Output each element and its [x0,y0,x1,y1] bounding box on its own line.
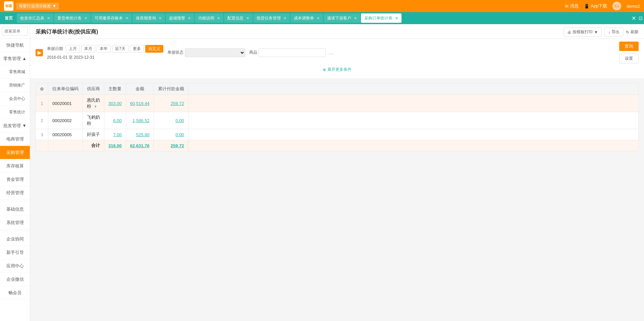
tab-caigou-active[interactable]: 采购订单统计表 ✕ [361,13,401,23]
sidebar-search-area [0,24,30,39]
sidebar-item-purchase[interactable]: 采购管理 [0,146,30,159]
close-tab-peizhi-icon[interactable]: ✕ [246,16,249,20]
sidebar-item-system[interactable]: 系统管理 [0,216,30,229]
close-tab-yaohuo-icon[interactable]: ✕ [84,16,87,20]
export-button[interactable]: ↓ 导出 [604,28,623,37]
message-label: 消息 [570,3,579,9]
close-tab-jianhuo-icon[interactable]: ✕ [283,16,286,20]
status-select[interactable] [185,48,245,57]
sidebar-item-retail-stats[interactable]: 零售统计 [0,106,30,119]
close-tab-caigou-icon[interactable]: ✕ [395,16,398,20]
sidebar-item-finance[interactable]: 资金管理 [0,173,30,186]
sidebar-item-retail-shop[interactable]: 零售商城 [0,65,30,79]
print-button[interactable]: 🖨 按模板打印 ▼ [564,28,602,37]
tab-invite[interactable]: 邀请下游客户 ✕ [324,13,360,23]
goods-input[interactable] [259,48,326,57]
search-input[interactable] [2,27,28,36]
row-3-idx: 3 [36,129,48,140]
goods-ellipsis-btn[interactable]: … [327,50,335,56]
row-1-amount[interactable]: 60,519.44 [126,95,154,112]
row-2-idx: 2 [36,112,48,129]
close-tab-chaochuyujing-icon[interactable]: ✕ [188,16,191,20]
row-3-paid[interactable]: 0.00 [154,129,188,140]
date-btn-this-year[interactable]: 本年 [97,45,111,53]
date-btn-last-month[interactable]: 上月 [66,45,80,53]
filter-toggle-btn[interactable]: ▶ [36,49,43,56]
sidebar: 快捷导航 零售管理 ▲ 零售商城 营销推广 会员中心 零售统计 批发管理 ▼ 电… [0,24,30,321]
row-3-amount[interactable]: 525.80 [126,129,154,140]
close-tab-chengben-icon[interactable]: ✕ [317,16,320,20]
date-btn-more[interactable]: 更多 [130,45,144,53]
close-tab-shoufacun-icon[interactable]: ✕ [47,16,50,20]
tab-home[interactable]: 首页 [1,13,16,23]
sidebar-item-operations[interactable]: 经营管理 [0,186,30,200]
date-btn-7days[interactable]: 近7天 [112,45,128,53]
footer-spacer-3 [188,140,638,151]
top-bar-right: ✉ 消息 📱 App下载 Ea demo2 [565,2,640,10]
app-download-btn[interactable]: 📱 App下载 [584,3,607,9]
sidebar-item-retail-mgmt[interactable]: 零售管理 ▲ [0,52,30,65]
print-arrow-icon: ▼ [594,30,598,35]
row-2-paid[interactable]: 0.00 [154,112,188,129]
close-tab-baozhiqi-icon[interactable]: ✕ [159,16,162,20]
gear-icon[interactable]: ⚙ [40,87,44,92]
message-btn[interactable]: ✉ 消息 [565,3,579,9]
sidebar-item-inventory[interactable]: 库存核算 [0,159,30,173]
nav-maximize-icon[interactable]: ⊡ [639,15,643,21]
tab-shoufacun[interactable]: 收发存汇总表 ✕ [17,13,53,23]
tab-peizhi-label: 配置信息 [227,15,244,21]
tab-baozhiqi[interactable]: 保质期查询 ✕ [132,13,165,23]
row-1-paid[interactable]: 259.72 [154,95,188,112]
sidebar-item-member-vip[interactable]: 畅会员 [0,286,30,300]
row-2-spacer [188,112,638,129]
close-tab-gngsm-icon[interactable]: ✕ [217,16,220,20]
tab-chaochuyujing[interactable]: 超储预警 ✕ [166,13,194,23]
date-btn-this-month[interactable]: 本月 [81,45,95,53]
sidebar-item-enterprise[interactable]: 企业协同 [0,232,30,246]
tab-jianhuo-label: 拣货任务管理 [257,15,281,21]
sidebar-members-label: 会员中心 [9,96,25,102]
query-button[interactable]: 查询 [619,42,639,51]
username: demo2 [627,4,640,9]
sidebar-item-wechat[interactable]: 企业微信 [0,273,30,286]
table-footer-row: 合计 316.00 62,631.76 259.72 [36,140,639,151]
sidebar-item-members[interactable]: 会员中心 [0,92,30,106]
sidebar-retail-stats-label: 零售统计 [9,109,25,115]
row-2-amount[interactable]: 1,586.52 [126,112,154,129]
sidebar-item-wholesale[interactable]: 批发管理 ▼ [0,119,30,132]
row-1-spacer [188,95,638,112]
sidebar-retail-shop-label: 零售商城 [9,69,25,75]
sidebar-basics-label: 基础信息 [6,206,24,212]
sidebar-item-ecommerce[interactable]: 电商管理 [0,132,30,146]
row-3-qty[interactable]: 7.00 [104,129,126,140]
nav-tabs: 首页 收发存汇总表 ✕ 要货单统计表 ✕ 可用量库存账本 ✕ 保质期查询 ✕ 超… [0,12,644,24]
sidebar-item-quicknav[interactable]: 快捷导航 [0,39,30,52]
sidebar-item-basics[interactable]: 基础信息 [0,203,30,216]
close-tab-kyl-icon[interactable]: ✕ [125,16,128,20]
tab-gngsm[interactable]: 功能说明 ✕ [195,13,223,23]
row-2-qty[interactable]: 6.00 [104,112,126,129]
tab-chengben[interactable]: 成本调整单 ✕ [290,13,323,23]
sidebar-retail-mgmt-label: 零售管理 [3,56,21,62]
refresh-button[interactable]: ↻ 刷新 [626,29,639,35]
page-title: 采购订单统计表(按供应商) [36,29,98,36]
sidebar-marketing-label: 营销推广 [9,83,25,88]
row-1-qty[interactable]: 303.00 [104,95,126,112]
tab-peizhi[interactable]: 配置信息 ✕ [224,13,253,23]
tab-jianhuo[interactable]: 拣货任务管理 ✕ [253,13,290,23]
filter-toggle-icon: ▶ [38,50,41,55]
tab-kyl[interactable]: 可用量库存账本 ✕ [91,13,132,23]
tab-yaohuo[interactable]: 要货单统计表 ✕ [54,13,91,23]
sidebar-item-marketing[interactable]: 营销推广 [0,79,30,92]
expand-more-btn[interactable]: ⊕ 展开更多条件 [323,65,352,74]
sidebar-item-appcenter[interactable]: 应用中心 [0,259,30,273]
nav-close-icon[interactable]: ✕ [632,15,636,21]
col-spacer [188,83,638,95]
avatar[interactable]: Ea [612,2,621,10]
sidebar-item-guide[interactable]: 新手引导 [0,246,30,259]
settings-button[interactable]: 设置 [619,54,639,63]
date-btn-custom[interactable]: 自定义 [145,45,163,53]
workspace-selector[interactable]: 母婴行业演示账套 ▼ [16,3,59,10]
close-tab-invite-icon[interactable]: ✕ [354,16,357,20]
page-actions: 🖨 按模板打印 ▼ ↓ 导出 ↻ 刷新 [564,28,639,37]
